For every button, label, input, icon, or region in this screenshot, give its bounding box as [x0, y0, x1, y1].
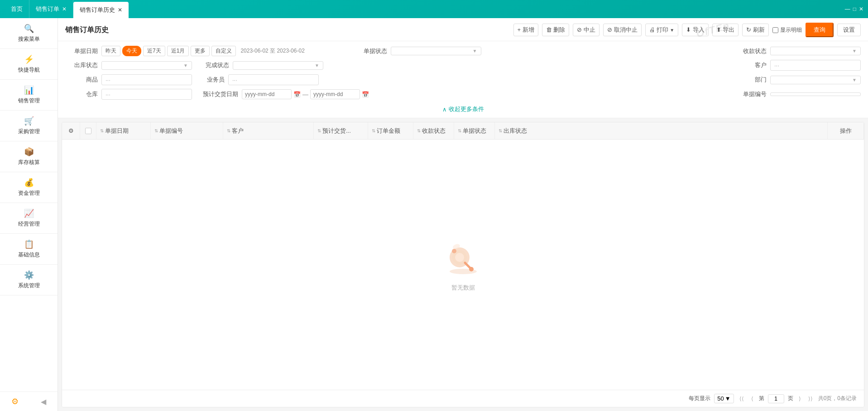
payment-status-select[interactable]: ▼: [770, 47, 861, 55]
date-btn-yesterday[interactable]: 昨天: [101, 46, 120, 56]
refresh-button[interactable]: ↻ 刷新: [742, 24, 769, 36]
bill-status-select[interactable]: ▼: [391, 47, 481, 55]
th-customer[interactable]: ⇅ 客户: [223, 122, 314, 140]
sidebar-item-inventory[interactable]: 📦 库存核算: [0, 141, 58, 172]
window-close-icon[interactable]: ✕: [859, 6, 863, 12]
product-input[interactable]: ···: [101, 74, 192, 85]
payment-status-arrow: ▼: [852, 48, 857, 53]
sidebar-item-base-info[interactable]: 📋 基础信息: [0, 234, 58, 265]
sidebar-collapse-icon[interactable]: ◀: [41, 397, 46, 406]
cal-from-icon[interactable]: 📅: [293, 91, 301, 98]
sidebar-item-sales-mgmt[interactable]: 📊 销售管理: [0, 80, 58, 111]
date-btn-last1month[interactable]: 近1月: [167, 46, 189, 56]
collapse-icon: ∧: [442, 106, 447, 113]
next-page-btn[interactable]: ⟩: [797, 395, 803, 403]
sidebar-item-purchase-mgmt[interactable]: 🛒 采购管理: [0, 111, 58, 141]
date-from-input[interactable]: [242, 89, 292, 99]
collapse-row[interactable]: ∧ 收起更多条件: [65, 103, 861, 113]
page-header: 销售订单历史 + 新增 🗑 删除 ⊘ 中止 ⊘ 取消中止 🖨 打印 ▼: [58, 18, 868, 41]
sidebar-item-quick-nav[interactable]: ⚡ 快捷导航: [0, 49, 58, 80]
sidebar-item-quick-nav-label: 快捷导航: [18, 66, 40, 74]
current-page-input[interactable]: [768, 394, 784, 403]
sort-icon-bill: ⇅: [458, 128, 461, 133]
sidebar-settings-icon[interactable]: ⚙: [11, 396, 19, 406]
stock-out-select[interactable]: ▼: [101, 61, 192, 70]
page-title: 销售订单历史: [65, 25, 109, 35]
bill-number-select[interactable]: [770, 92, 861, 96]
first-page-btn[interactable]: ⟨⟨: [738, 395, 746, 403]
th-bill-status[interactable]: ⇅ 单据状态: [454, 122, 495, 140]
th-order-amount[interactable]: ⇅ 订单金额: [368, 122, 413, 140]
main-layout: 🔍 搜索菜单 ⚡ 快捷导航 📊 销售管理 🛒 采购管理 📦 库存核算 💰 资金管…: [0, 18, 868, 411]
per-page-select[interactable]: 50 ▼: [714, 394, 734, 403]
last-page-btn[interactable]: ⟩⟩: [806, 395, 815, 403]
warehouse-input[interactable]: ···: [101, 89, 192, 100]
th-bill-date[interactable]: ⇅ 单据日期: [96, 122, 151, 140]
sidebar-item-search-menu[interactable]: 🔍 搜索菜单: [0, 18, 58, 49]
purchase-mgmt-icon: 🛒: [24, 116, 34, 126]
tab-sales-order-history[interactable]: 销售订单历史 ✕: [73, 2, 129, 18]
date-group: 昨天 今天 近7天 近1月 更多 自定义 2023-06-02 至 2023-0…: [101, 46, 305, 56]
customer-input[interactable]: ···: [770, 60, 861, 71]
th-check[interactable]: [80, 122, 96, 140]
print-button[interactable]: 🖨 打印 ▼: [645, 24, 679, 36]
delete-button[interactable]: 🗑 删除: [542, 24, 570, 36]
sidebar-item-base-info-label: 基础信息: [18, 251, 40, 259]
sort-icon-payment: ⇅: [417, 128, 421, 133]
import-button[interactable]: ⬇ 导入: [682, 24, 709, 36]
th-payment-status[interactable]: ⇅ 收款状态: [413, 122, 454, 140]
department-select[interactable]: ▼: [770, 76, 861, 84]
table-header: ⚙ ⇅ 单据日期 ⇅ 单据编号 ⇅ 客户 ⇅: [62, 122, 864, 140]
date-btn-last7days[interactable]: 近7天: [143, 46, 165, 56]
product-label: 商品: [65, 76, 101, 84]
header-checkbox[interactable]: [85, 128, 91, 134]
query-button[interactable]: 查询: [806, 23, 834, 37]
th-expected-delivery[interactable]: ⇅ 预计交货...: [314, 122, 368, 140]
empty-image: [441, 237, 486, 278]
svg-point-6: [452, 249, 456, 253]
bill-status-label: 单据状态: [359, 47, 391, 55]
tab-sales-order-history-close[interactable]: ✕: [118, 7, 122, 13]
stock-out-label: 出库状态: [65, 61, 101, 69]
bill-number-label: 单据编号: [739, 90, 770, 98]
date-btn-more[interactable]: 更多: [191, 46, 210, 56]
window-maximize-icon[interactable]: □: [853, 6, 856, 12]
settings-button[interactable]: 设置: [837, 24, 861, 36]
date-dash: —: [301, 91, 310, 98]
content-area: 销售订单历史 + 新增 🗑 删除 ⊘ 中止 ⊘ 取消中止 🖨 打印 ▼: [58, 18, 868, 411]
date-btn-today[interactable]: 今天: [122, 46, 141, 56]
th-stock-out-status[interactable]: ⇅ 出库状态: [495, 122, 828, 140]
completion-select[interactable]: ▼: [233, 61, 323, 70]
th-bill-number[interactable]: ⇅ 单据编号: [151, 122, 223, 140]
date-to-input[interactable]: [310, 89, 360, 99]
gear-icon: ⚙: [68, 127, 74, 134]
display-cols-toggle[interactable]: 显示明细: [772, 26, 802, 34]
sales-rep-input[interactable]: ···: [228, 74, 319, 85]
filter-row-2: 出库状态 ▼ 完成状态 ▼ 客户 ···: [65, 60, 861, 71]
print-dropdown-icon: ▼: [670, 28, 674, 33]
cancel-stop-button[interactable]: ⊘ 取消中止: [603, 24, 642, 36]
export-button[interactable]: ⬆ 导出: [712, 24, 739, 36]
tab-home[interactable]: 首页: [5, 0, 29, 18]
sidebar-item-sys-mgmt-label: 系统管理: [18, 282, 40, 290]
tab-sales-order[interactable]: 销售订单 ✕: [29, 0, 73, 18]
sidebar-item-purchase-mgmt-label: 采购管理: [18, 128, 40, 135]
sidebar-item-sys-mgmt[interactable]: ⚙️ 系统管理: [0, 265, 58, 295]
date-btn-custom[interactable]: 自定义: [211, 46, 236, 56]
toolbar: + 新增 🗑 删除 ⊘ 中止 ⊘ 取消中止 🖨 打印 ▼ ⬇ 导入: [513, 23, 861, 37]
prev-page-btn[interactable]: ⟨: [749, 395, 755, 403]
sidebar-item-ops[interactable]: 📈 经营管理: [0, 203, 58, 234]
bill-date-label: 单据日期: [65, 47, 101, 55]
tab-sales-order-close[interactable]: ✕: [62, 6, 67, 12]
collapse-label: 收起更多条件: [449, 105, 484, 113]
stop-button[interactable]: ⊘ 中止: [573, 24, 599, 36]
top-bar: 首页 销售订单 ✕ 销售订单历史 ✕ — □ ✕: [0, 0, 868, 18]
sidebar-item-capital[interactable]: 💰 资金管理: [0, 172, 58, 203]
filter-row-1: 单据日期 昨天 今天 近7天 近1月 更多 自定义 2023-06-02 至 2…: [65, 46, 861, 56]
cal-to-icon[interactable]: 📅: [362, 91, 369, 98]
th-gear[interactable]: ⚙: [62, 122, 80, 140]
display-cols-checkbox[interactable]: [772, 27, 778, 33]
window-minimize-icon[interactable]: —: [845, 6, 850, 12]
sidebar-bottom: ⚙ ◀: [0, 392, 58, 411]
new-button[interactable]: + 新增: [513, 24, 538, 36]
